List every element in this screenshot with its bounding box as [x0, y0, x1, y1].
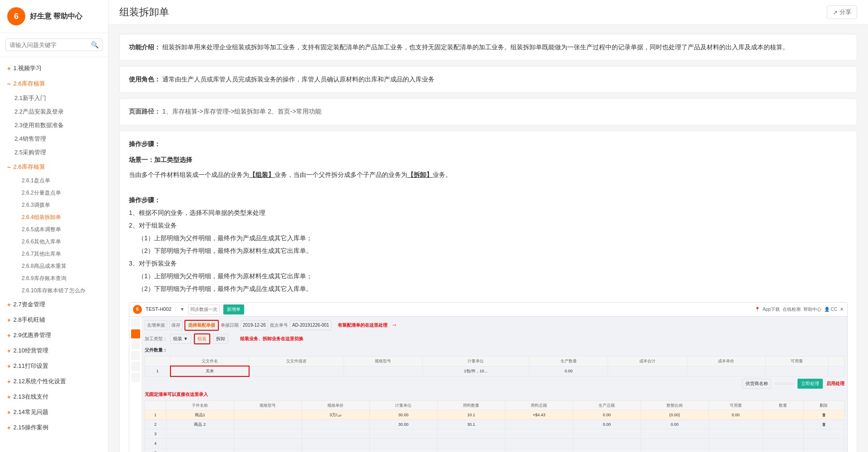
sub-row-4: 4	[145, 439, 844, 448]
ss-btn-save[interactable]: 保存	[169, 320, 183, 330]
ss-sidebar-item-2	[131, 329, 140, 338]
sidebar-item-mobile[interactable]: + 2.8手机旺辅	[0, 312, 108, 328]
ss-confirm-btn[interactable]: 立即处理	[797, 379, 823, 389]
sub-row-2: 2 商品 2 30.00 30.1 0.00 0.00	[145, 419, 844, 429]
disassemble-link[interactable]: 【拆卸】	[407, 171, 433, 178]
ss-assemble-btn[interactable]: 组装	[194, 333, 210, 344]
parent-cell-name: 关米	[170, 366, 249, 376]
sidebar-item-operate[interactable]: + 2.10经营管理	[0, 343, 108, 358]
sidebar-item-adjust[interactable]: 2.6.3调拨单	[0, 199, 108, 211]
sub-row-1: 1 商品1 3万/₁₂₀ 30.00 10.1 ×$4.43 0.00 (0.	[145, 410, 844, 419]
screenshot-active-tab[interactable]: 新增单	[223, 305, 244, 314]
sidebar-item-inventory[interactable]: − 2.6库存核算	[0, 159, 108, 175]
sidebar-item-cases[interactable]: + 2.15操作案例	[0, 420, 108, 435]
ss-btn-newbill[interactable]: 去增单据	[145, 320, 167, 330]
screenshot-sync-btn[interactable]: 同步数据一次	[188, 305, 220, 314]
annotation-4: 启用处理	[826, 380, 844, 388]
sidebar-item-data[interactable]: 2.3使用前数据准备	[0, 119, 108, 132]
sub-table-header: 子件名称 规格型号 规格单价 计量单位 用料数量 用料总额 生产总额 整整比例	[145, 400, 844, 410]
intro-card: 功能介绍： 组装拆卸单用来处理企业组装或拆卸等加工业务，支持有固定装配清单的产品…	[119, 34, 857, 61]
intro-text: 组装拆卸单用来处理企业组装或拆卸等加工业务，支持有固定装配清单的产品加工业务，也…	[162, 43, 789, 51]
assemble-link[interactable]: 【组装】	[249, 171, 274, 178]
parent-table-header: 父文件名 父文件描述 规格型号 计量单位 生产数量 成本合计 成本单价 可用量	[145, 357, 844, 366]
expand-icon-faq: +	[7, 409, 11, 416]
scenario1-title: 场景一：加工类型选择	[129, 154, 848, 166]
sub-row-5: 5	[145, 448, 844, 452]
ss-batch-value: AD-20191226-001	[290, 320, 331, 330]
path-card: 页面路径： 1、库存核算->库存管理->组装拆卸单 2、首页->常用功能	[119, 98, 857, 125]
sidebar-item-partial[interactable]: 2.6.2分量盘点单	[0, 187, 108, 199]
role-label: 使用角色：	[129, 76, 160, 83]
sidebar-item-print[interactable]: + 2.11打印设置	[0, 358, 108, 374]
search-box[interactable]: 🔍	[5, 38, 103, 51]
ss-type-select[interactable]: 组装 ▼	[170, 334, 191, 344]
sub-row-3: 3	[145, 429, 844, 439]
ss-enable-input	[775, 383, 794, 385]
ss-date-value: 2019-12-26	[241, 320, 268, 330]
path-label: 页面路径：	[129, 108, 160, 115]
arrow-right-1: →	[391, 319, 397, 331]
sidebar-item-cost[interactable]: 2.6.5成本调整单	[0, 224, 108, 236]
sidebar-item-otherout[interactable]: 2.6.7其他出库单	[0, 248, 108, 260]
screenshot-main: 去增单据 保存 选择装配单据 单据日期 2019-12-26 批次单号 AD-2…	[142, 317, 847, 452]
step3-text: 3、对于拆装业务	[129, 257, 848, 270]
expand-icon-cases: +	[7, 424, 11, 431]
sidebar-item-install[interactable]: 2.2产品安装及登录	[0, 105, 108, 119]
sidebar-item-gold[interactable]: + 2.7资金管理	[0, 297, 108, 312]
search-input[interactable]	[9, 42, 91, 48]
logo-text: 好生意 帮助中心	[30, 12, 82, 21]
sidebar-item-wrong[interactable]: 2.6.10库存账本错了怎么办	[0, 285, 108, 297]
sidebar-item-sale[interactable]: 2.4销售管理	[0, 132, 108, 146]
sidebar-item-video[interactable]: + 1.视频学习	[0, 61, 108, 76]
sidebar-item-ledger[interactable]: 2.6.9库存账本查询	[0, 272, 108, 285]
sidebar-item-docs[interactable]: − 2.6库存核算	[0, 76, 108, 91]
type-selector-row: 加工类型： 组装 ▼ 组装 拆卸 组装业务、拆卸业务在这里切换	[145, 333, 844, 344]
step2-text: 2、对于组装业务	[129, 219, 848, 232]
screenshot-icons: 📍 App下载 在线检测 帮助中心 👤 CC ✕	[755, 305, 844, 314]
annotation-1: 有装配清单的在这里处理	[338, 321, 387, 329]
expand-icon-mobile: +	[7, 317, 11, 324]
steps-label: 操作步骤：	[129, 194, 848, 206]
step2-1-text: （1）上部明细为父件明细，最终作为产成品生成其它入库单；	[129, 232, 848, 244]
ss-supplier-input[interactable]: 供货商名称	[742, 379, 771, 389]
sidebar-item-purchase[interactable]: 2.5采购管理	[0, 146, 108, 159]
annotation-5: 无固定清单可以直接在这里录入	[145, 390, 844, 399]
sidebar-item-costreset[interactable]: 2.6.8商品成本重算	[0, 260, 108, 272]
search-icon[interactable]: 🔍	[91, 41, 99, 48]
ss-parent-label: 父件数量：	[145, 346, 844, 354]
ss-disassemble-btn[interactable]: 拆卸	[213, 334, 228, 344]
step3-2-text: （2）下部明细为子件明细，最终作为产成品生成其它入库单。	[129, 282, 848, 295]
logo-area: 6 好生意 帮助中心	[0, 0, 108, 33]
screenshot-sidebar	[129, 317, 142, 452]
sidebar-item-assemble[interactable]: 2.6.4组装拆卸单	[0, 211, 108, 224]
ss-btn-process[interactable]: 选择装配单据	[184, 320, 219, 331]
ss-sidebar-item-3	[131, 340, 140, 349]
mock-screenshot: 6 TEST-H002 | ▼ 同步数据一次 新增单 📍 App下载 在线检测 …	[129, 303, 847, 452]
sidebar: 6 好生意 帮助中心 🔍 + 1.视频学习 − 2.6库存核算 2.1新手入门 …	[0, 0, 108, 452]
screenshot-company: TEST-H002	[146, 305, 171, 314]
sidebar-item-otherin[interactable]: 2.6.6其他入库单	[0, 236, 108, 248]
ss-sidebar-item-1	[131, 319, 140, 328]
main-area: 组装拆卸单 ↗ 分享 功能介绍： 组装拆卸单用来处理企业组装或拆卸等加工业务，支…	[108, 0, 868, 452]
annotation-3: 组装业务、拆卸业务在这里切换	[240, 335, 303, 343]
screenshot-logo: 6	[133, 305, 142, 314]
sidebar-item-newbie[interactable]: 2.1新手入门	[0, 91, 108, 105]
sidebar-item-online[interactable]: + 2.13在线支付	[0, 389, 108, 404]
screenshot-container: 6 TEST-H002 | ▼ 同步数据一次 新增单 📍 App下载 在线检测 …	[129, 302, 848, 452]
expand-icon-operate: +	[7, 347, 11, 354]
nav-section: + 1.视频学习 − 2.6库存核算 2.1新手入门 2.2产品安装及登录 2.…	[0, 57, 108, 439]
sidebar-item-stocktake[interactable]: 2.6.1盘点单	[0, 175, 108, 187]
share-button[interactable]: ↗ 分享	[827, 5, 857, 19]
step3-1-text: （1）上部明细为父件明细，最终作为原材料生成其它出库单；	[129, 270, 848, 282]
sidebar-item-system[interactable]: + 2.12系统个性化设置	[0, 374, 108, 389]
ops-card: 操作步骤： 场景一：加工类型选择 当由多个子件材料组装成一个成品的业务为【组装】…	[119, 131, 857, 452]
enable-process-row: 供货商名称 立即处理 启用处理	[145, 379, 844, 389]
sidebar-item-faq[interactable]: + 2.14常见问题	[0, 404, 108, 420]
ss-type-label: 加工类型：	[145, 335, 167, 343]
sidebar-item-coupon[interactable]: + 2.9优惠券管理	[0, 328, 108, 343]
intro-label: 功能介绍：	[129, 43, 160, 51]
screenshot-parent-table: 父文件名 父文件描述 规格型号 计量单位 生产数量 成本合计 成本单价 可用量	[145, 356, 844, 376]
step1-text: 1、根据不同的业务，选择不同单据的类型来处理	[129, 206, 848, 219]
sub-items-docs: 2.1新手入门 2.2产品安装及登录 2.3使用前数据准备 2.4销售管理 2.…	[0, 91, 108, 297]
role-text: 通常由生产人员或库管人员完成拆装业务的操作，库管人员确认原材料的出库和产成品的入…	[162, 76, 434, 83]
